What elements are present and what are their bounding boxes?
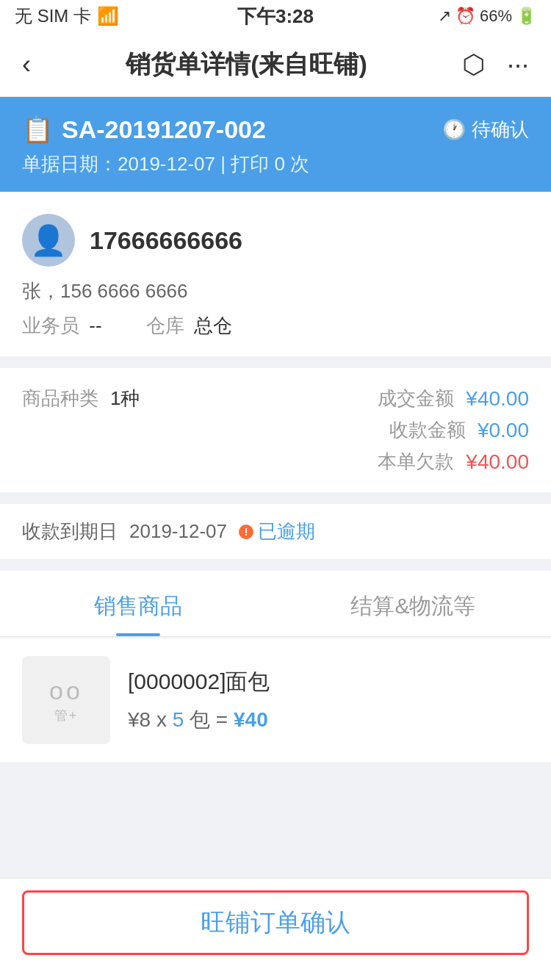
user-icon: 👤	[30, 223, 67, 258]
order-icon: 📋	[22, 115, 53, 144]
warehouse-label: 仓库	[146, 314, 184, 336]
wifi-icon: 📶	[97, 6, 119, 26]
overdue-text: 已逾期	[258, 519, 315, 544]
order-id: 📋 SA-20191207-002	[22, 115, 266, 144]
customer-row: 👤 17666666666	[22, 214, 529, 267]
order-header: 📋 SA-20191207-002 🕐 待确认 单据日期：2019-12-07 …	[0, 97, 551, 192]
tabs-section: 销售商品 结算&物流等	[0, 571, 551, 637]
product-thumbnail: oo 管+	[22, 656, 110, 744]
tabs-row: 销售商品 结算&物流等	[0, 571, 551, 637]
due-date-label: 收款到期日	[22, 519, 118, 544]
due-date-value: 2019-12-07	[129, 520, 227, 543]
logo-brand-text: 管+	[54, 707, 79, 724]
customer-section: 👤 17666666666 张，156 6666 6666 业务员 -- 仓库 …	[0, 192, 551, 356]
product-type-value: 1种	[110, 386, 140, 411]
battery-icon: 🔋	[516, 7, 536, 26]
content-spacer	[0, 762, 551, 850]
status-bar: 无 SIM 卡 📶 下午3:28 ↗ ⏰ 66% 🔋	[0, 0, 551, 32]
deal-amount-value: ¥40.00	[466, 387, 529, 411]
status-bar-time: 下午3:28	[237, 4, 314, 29]
product-qty: 5	[173, 708, 184, 731]
confirm-order-button[interactable]: 旺铺订单确认	[22, 890, 529, 955]
product-type: 商品种类 1种	[22, 386, 140, 411]
overdue-warning-icon: !	[239, 525, 253, 539]
salesman-value: --	[89, 314, 101, 336]
avatar: 👤	[22, 214, 75, 267]
product-item: oo 管+ [0000002]面包 ¥8 x 5 包 = ¥40	[22, 656, 529, 744]
back-button[interactable]: ‹	[22, 49, 31, 80]
debt-amount-row: 本单欠款 ¥40.00	[378, 449, 529, 475]
amounts: 成交金额 ¥40.00 收款金额 ¥0.00 本单欠款 ¥40.00	[378, 386, 529, 475]
customer-name: 张，156 6666 6666	[22, 278, 529, 304]
customer-phone: 17666666666	[90, 226, 242, 255]
location-icon: ↗	[438, 7, 451, 26]
logo-eyes-icon: oo	[49, 677, 83, 705]
salesman-label: 业务员	[22, 314, 79, 336]
status-badge: 🕐 待确认	[442, 117, 529, 143]
product-price: ¥8 x 5 包 = ¥40	[128, 706, 529, 734]
share-button[interactable]: ⬡	[462, 49, 485, 80]
product-section: oo 管+ [0000002]面包 ¥8 x 5 包 = ¥40	[0, 638, 551, 762]
debt-label: 本单欠款	[378, 449, 454, 475]
salesman-field: 业务员 --	[22, 313, 102, 339]
overdue-badge: ! 已逾期	[239, 519, 315, 544]
product-type-label: 商品种类	[22, 386, 98, 411]
deal-amount-row: 成交金额 ¥40.00	[378, 386, 529, 411]
received-amount-row: 收款金额 ¥0.00	[389, 417, 529, 443]
status-bar-left: 无 SIM 卡 📶	[15, 4, 119, 28]
product-name: [0000002]面包	[128, 667, 529, 697]
product-total: ¥40	[234, 708, 268, 731]
nav-bar: ‹ 销货单详情(来自旺铺) ⬡ ···	[0, 32, 551, 97]
tab-settlement-logistics[interactable]: 结算&物流等	[276, 571, 551, 636]
alarm-icon: ⏰	[455, 7, 475, 26]
customer-meta: 业务员 -- 仓库 总仓	[22, 313, 529, 339]
warehouse-value: 总仓	[194, 314, 232, 336]
status-bar-right: ↗ ⏰ 66% 🔋	[438, 7, 536, 26]
product-logo: oo 管+	[49, 677, 83, 724]
due-date-section: 收款到期日 2019-12-07 ! 已逾期	[0, 504, 551, 559]
warehouse-field: 仓库 总仓	[146, 313, 232, 339]
bottom-bar: 旺铺订单确认	[0, 878, 551, 980]
more-button[interactable]: ···	[507, 49, 529, 80]
deal-amount-label: 成交金额	[378, 386, 454, 411]
order-date: 单据日期：2019-12-07 | 打印 0 次	[22, 151, 529, 177]
carrier-text: 无 SIM 卡	[15, 4, 91, 28]
summary-section: 商品种类 1种 成交金额 ¥40.00 收款金额 ¥0.00 本单欠款 ¥40.…	[0, 368, 551, 492]
nav-right: ⬡ ···	[462, 49, 529, 80]
clock-icon: 🕐	[442, 118, 466, 141]
page-title: 销货单详情(来自旺铺)	[126, 48, 367, 82]
tab-sales-products[interactable]: 销售商品	[0, 571, 276, 636]
received-label: 收款金额	[389, 417, 466, 443]
battery-text: 66%	[480, 7, 512, 26]
received-value: ¥0.00	[478, 419, 529, 442]
product-info: [0000002]面包 ¥8 x 5 包 = ¥40	[128, 667, 529, 734]
debt-value: ¥40.00	[466, 450, 529, 474]
header-top: 📋 SA-20191207-002 🕐 待确认	[22, 115, 529, 144]
